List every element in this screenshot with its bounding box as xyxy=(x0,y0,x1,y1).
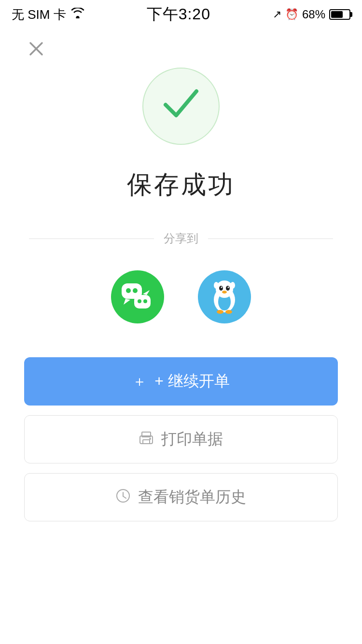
alarm-icon: ⏰ xyxy=(285,8,298,21)
qq-share-button[interactable] xyxy=(198,270,251,323)
svg-point-18 xyxy=(217,310,223,314)
svg-point-25 xyxy=(149,438,151,440)
status-left: 无 SIM 卡 xyxy=(12,6,84,23)
wifi-icon xyxy=(71,8,84,21)
status-time: 下午3:20 xyxy=(147,4,210,25)
plus-icon: ＋ xyxy=(132,372,147,392)
continue-order-label: + 继续开单 xyxy=(154,371,230,392)
close-icon xyxy=(28,40,45,57)
print-button[interactable]: 打印单据 xyxy=(24,415,338,463)
svg-point-3 xyxy=(126,288,131,293)
svg-point-19 xyxy=(225,310,232,314)
success-title: 保存成功 xyxy=(127,168,235,202)
share-label: 分享到 xyxy=(164,231,198,246)
svg-point-20 xyxy=(214,282,219,289)
share-icons xyxy=(29,270,333,323)
status-bar: 无 SIM 卡 下午3:20 ↗ ⏰ 68% xyxy=(0,0,362,29)
wechat-icon xyxy=(122,283,153,310)
share-divider: 分享到 xyxy=(29,231,333,246)
svg-point-14 xyxy=(226,286,230,291)
history-button[interactable]: 查看销货单历史 xyxy=(24,473,338,521)
battery-level: 68% xyxy=(302,8,325,21)
battery-icon xyxy=(329,9,350,20)
wechat-share-button[interactable] xyxy=(111,270,164,323)
svg-rect-24 xyxy=(143,440,150,444)
divider-left xyxy=(29,238,154,239)
success-section: 保存成功 xyxy=(0,68,362,202)
close-button[interactable] xyxy=(24,37,48,61)
continue-order-button[interactable]: ＋ + 继续开单 xyxy=(24,357,338,406)
svg-marker-9 xyxy=(143,290,150,295)
share-section: 分享到 xyxy=(0,231,362,323)
svg-point-13 xyxy=(219,286,223,291)
svg-point-15 xyxy=(221,287,223,288)
svg-point-7 xyxy=(138,299,141,303)
action-buttons: ＋ + 继续开单 打印单据 查看销货单历史 xyxy=(0,357,362,521)
success-circle xyxy=(142,68,220,145)
svg-line-28 xyxy=(123,496,126,498)
svg-point-21 xyxy=(230,282,235,289)
svg-rect-6 xyxy=(134,295,151,308)
print-icon xyxy=(139,431,153,448)
svg-marker-5 xyxy=(124,299,130,305)
qq-icon xyxy=(209,280,239,314)
divider-right xyxy=(208,238,333,239)
svg-point-17 xyxy=(222,291,227,294)
status-right: ↗ ⏰ 68% xyxy=(273,8,350,21)
carrier-label: 无 SIM 卡 xyxy=(12,6,66,23)
svg-point-8 xyxy=(143,299,147,303)
checkmark-icon xyxy=(162,86,200,126)
history-label: 查看销货单历史 xyxy=(138,487,246,508)
history-icon xyxy=(116,489,130,506)
print-label: 打印单据 xyxy=(161,429,223,450)
svg-point-12 xyxy=(216,280,233,298)
location-icon: ↗ xyxy=(273,8,281,21)
svg-point-4 xyxy=(133,288,138,293)
svg-point-16 xyxy=(228,287,229,288)
